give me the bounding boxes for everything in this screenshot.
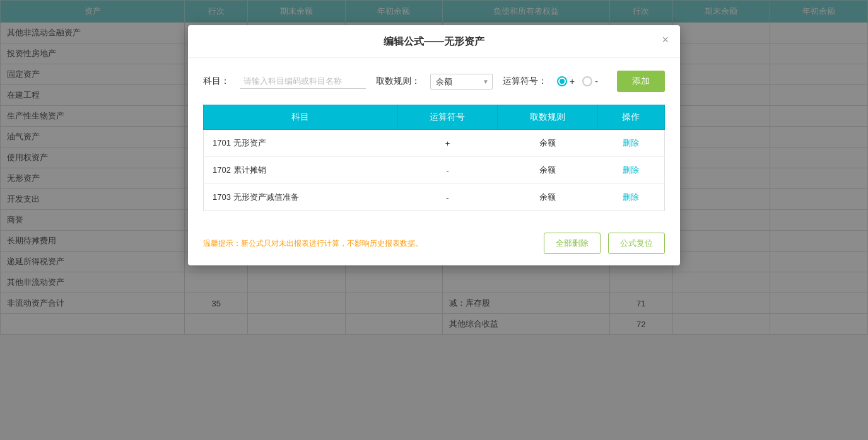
form-row: 科目： 取数规则： 余额借方贷方借方发生额贷方发生额 ▼ 运算符号： + [203, 71, 665, 92]
radio-minus-label: - [595, 76, 598, 86]
rule-label: 取数规则： [376, 76, 420, 87]
row-operator: - [397, 184, 497, 211]
modal-title: 编辑公式——无形资产 [384, 36, 484, 47]
table-row: 1701 无形资产 + 余额 删除 [204, 130, 665, 157]
rule-select-wrap[interactable]: 余额借方贷方借方发生额贷方发生额 ▼ [430, 74, 493, 90]
row-action[interactable]: 删除 [597, 184, 664, 211]
formula-table: 科目 运算符号 取数规则 操作 1701 无形资产 + 余额 删除 1702 累… [203, 105, 665, 211]
table-header-row: 科目 运算符号 取数规则 操作 [204, 105, 665, 130]
delete-link[interactable]: 删除 [623, 192, 639, 202]
modal-header: 编辑公式——无形资产 × [188, 25, 680, 58]
row-action[interactable]: 删除 [597, 157, 664, 184]
row-action[interactable]: 删除 [597, 130, 664, 157]
row-rule: 余额 [498, 157, 597, 184]
modal-footer: 温馨提示：新公式只对未出报表进行计算，不影响历史报表数据。 全部删除 公式复位 [188, 224, 680, 265]
th-rule: 取数规则 [498, 105, 597, 130]
modal-overlay: 编辑公式——无形资产 × 科目： 取数规则： 余额借方贷方借方发生额贷方发生额 … [0, 0, 868, 440]
rule-select[interactable]: 余额借方贷方借方发生额贷方发生额 [430, 74, 493, 90]
radio-plus-label: + [570, 76, 575, 86]
radio-plus[interactable]: + [557, 76, 575, 86]
row-operator: + [397, 130, 497, 157]
th-subject: 科目 [204, 105, 398, 130]
operator-label: 运算符号： [503, 76, 547, 87]
subject-label: 科目： [203, 76, 230, 87]
delete-all-button[interactable]: 全部删除 [544, 233, 601, 254]
modal-body: 科目： 取数规则： 余额借方贷方借方发生额贷方发生额 ▼ 运算符号： + [188, 58, 680, 224]
footer-tip: 温馨提示：新公式只对未出报表进行计算，不影响历史报表数据。 [203, 238, 423, 249]
operator-radio-group: + - [557, 76, 598, 86]
th-action: 操作 [597, 105, 664, 130]
table-row: 1703 无形资产减值准备 - 余额 删除 [204, 184, 665, 211]
row-subject: 1702 累计摊销 [204, 157, 398, 184]
reset-formula-button[interactable]: 公式复位 [608, 233, 665, 254]
add-button[interactable]: 添加 [617, 71, 665, 92]
row-subject: 1703 无形资产减值准备 [204, 184, 398, 211]
radio-minus[interactable]: - [582, 76, 598, 86]
modal-close-button[interactable]: × [662, 34, 669, 45]
footer-buttons: 全部删除 公式复位 [544, 233, 665, 254]
row-operator: - [397, 157, 497, 184]
row-subject: 1701 无形资产 [204, 130, 398, 157]
modal-dialog: 编辑公式——无形资产 × 科目： 取数规则： 余额借方贷方借方发生额贷方发生额 … [188, 25, 680, 265]
radio-minus-circle [582, 76, 592, 86]
th-operator: 运算符号 [397, 105, 497, 130]
background-table-wrap: 资产 行次 期末余额 年初余额 负债和所有者权益 行次 期末余额 年初余额 其他… [0, 0, 868, 440]
table-row: 1702 累计摊销 - 余额 删除 [204, 157, 665, 184]
subject-input[interactable] [240, 74, 366, 89]
radio-plus-circle [557, 76, 567, 86]
delete-link[interactable]: 删除 [623, 138, 639, 148]
delete-link[interactable]: 删除 [623, 165, 639, 175]
row-rule: 余额 [498, 130, 597, 157]
row-rule: 余额 [498, 184, 597, 211]
